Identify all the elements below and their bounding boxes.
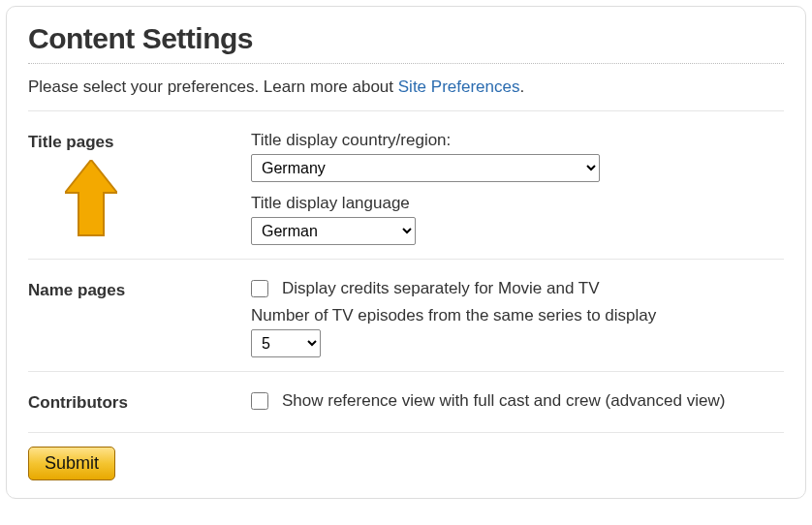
site-preferences-link[interactable]: Site Preferences (398, 77, 520, 96)
submit-button[interactable]: Submit (28, 447, 115, 480)
country-select[interactable]: Germany (251, 154, 600, 182)
page-title: Content Settings (28, 22, 784, 55)
section-contributors: Contributors Show reference view with fu… (28, 386, 784, 418)
divider-dotted (28, 63, 784, 64)
reference-view-checkbox[interactable] (251, 392, 268, 410)
section-label-title-pages: Title pages (28, 131, 251, 152)
divider (28, 371, 784, 372)
divider (28, 110, 784, 111)
svg-marker-0 (65, 160, 117, 235)
section-title-pages: Title pages Title display country/region… (28, 125, 784, 245)
intro-suffix: . (519, 77, 524, 96)
section-label-contributors: Contributors (28, 391, 251, 413)
reference-view-label: Show reference view with full cast and c… (282, 391, 725, 411)
language-select[interactable]: German (251, 217, 416, 245)
country-label: Title display country/region: (251, 131, 784, 150)
credits-separate-checkbox[interactable] (251, 280, 268, 297)
section-label-text: Title pages (28, 133, 114, 151)
divider (28, 259, 784, 260)
language-label: Title display language (251, 194, 784, 213)
section-name-pages: Name pages Display credits separately fo… (28, 273, 784, 357)
episodes-label: Number of TV episodes from the same seri… (251, 306, 784, 325)
intro-text: Please select your preferences. Learn mo… (28, 77, 784, 97)
intro-prefix: Please select your preferences. Learn mo… (28, 77, 398, 96)
credits-separate-label: Display credits separately for Movie and… (282, 279, 600, 298)
section-body-contributors: Show reference view with full cast and c… (251, 391, 784, 418)
section-label-name-pages: Name pages (28, 279, 251, 300)
content-settings-panel: Content Settings Please select your pref… (6, 6, 806, 499)
section-body-title-pages: Title display country/region: Germany Ti… (251, 131, 784, 245)
section-body-name-pages: Display credits separately for Movie and… (251, 279, 784, 357)
divider (28, 432, 784, 433)
highlight-arrow-icon (65, 160, 117, 237)
episodes-select[interactable]: 5 (251, 329, 321, 357)
